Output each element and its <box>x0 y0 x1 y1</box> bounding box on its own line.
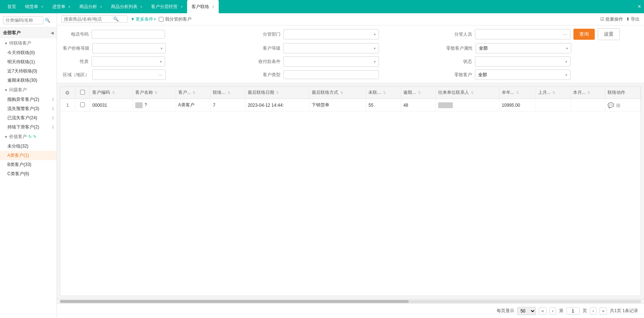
sidebar-item-lost[interactable]: 已流失客户(24) ℹ <box>0 113 57 123</box>
per-page-select[interactable]: 50 20 100 <box>517 307 536 315</box>
sort-lmonth-icon: ⇅ <box>552 91 555 95</box>
link-sales-order[interactable]: 下销货单 <box>312 102 329 107</box>
dots-person-icon[interactable]: ··· <box>563 31 568 37</box>
sidebar-item-c-class[interactable]: C类客户(6) <box>0 169 57 179</box>
last-page-btn[interactable]: » <box>600 307 607 315</box>
close-purchase-icon[interactable]: × <box>68 5 71 9</box>
sort-method-icon: ⇅ <box>340 91 343 95</box>
sidebar-search-input[interactable] <box>3 16 43 24</box>
sidebar-group-pending[interactable]: ▼ 待联络客户 <box>0 38 57 48</box>
filter-cell-dept: 分管部门 ▾ <box>255 29 447 39</box>
sidebar-item-a-class[interactable]: A类客户(1) <box>0 151 57 160</box>
close-all-icon[interactable]: × <box>638 3 641 10</box>
sidebar-group-value[interactable]: ▼ 价值客户 ↻ ✎ <box>0 132 57 142</box>
filter-cell-price-level: 客户价格等级 ▾ <box>63 43 255 53</box>
select-nature[interactable]: ▾ <box>92 56 165 67</box>
scrollbar-thumb[interactable] <box>60 300 409 303</box>
scrollbar-track[interactable] <box>60 300 641 303</box>
nav-home[interactable]: 首页 <box>3 0 21 13</box>
refresh-icon[interactable]: ↻ <box>28 134 32 139</box>
nav-sales[interactable]: 销货单 × <box>21 0 48 13</box>
select-dept[interactable]: ▾ <box>283 29 379 39</box>
close-contact-icon[interactable]: × <box>212 5 214 9</box>
close-sales-icon[interactable]: × <box>41 5 43 9</box>
page-number-input[interactable] <box>566 307 580 315</box>
select-payment[interactable]: ▾ <box>283 56 379 67</box>
th-code: 客户编码 ⇅ <box>90 86 133 99</box>
filter-cell-status: 状态 ▾ <box>446 56 638 67</box>
settings-btn[interactable]: 设置 <box>598 28 620 40</box>
th-contact-count: 联络... ⇅ <box>211 86 246 99</box>
close-product-analysis-icon[interactable]: × <box>100 5 102 9</box>
input-customer-type[interactable] <box>283 70 379 79</box>
contact2-placeholder <box>438 102 453 108</box>
input-phone[interactable] <box>92 30 165 39</box>
sidebar-item-ungrouped[interactable]: 未分组(32) <box>0 142 57 151</box>
sidebar-item-tomorrow[interactable]: 明天待联络(1) <box>0 57 57 67</box>
select-customer-level[interactable]: ▾ <box>283 43 379 53</box>
sidebar-item-7days[interactable]: 近7天待联络(0) <box>0 67 57 76</box>
name-avatar <box>135 102 143 108</box>
export-btn[interactable]: ⬆ 导出 <box>626 16 640 22</box>
sidebar-item-declining[interactable]: 持续下滑客户(2) ℹ <box>0 123 57 132</box>
caret-price-icon: ▾ <box>161 46 162 50</box>
info-icon2: ℹ <box>52 106 54 111</box>
sidebar-item-today[interactable]: 今天待联络(0) <box>0 48 57 57</box>
nav-purchase[interactable]: 进货单 × <box>48 0 75 13</box>
td-row-actions: 💬 ⊞ <box>605 99 641 112</box>
close-product-list-icon[interactable]: × <box>140 5 143 9</box>
info-icon4: ℹ <box>52 125 54 130</box>
sidebar-item-overdue[interactable]: 逾期未联络(30) <box>0 76 57 85</box>
select-person[interactable]: ··· <box>475 29 570 39</box>
sort-type-icon: ⇅ <box>193 91 196 95</box>
nav-product-analysis[interactable]: 商品分析 × <box>75 0 107 13</box>
sidebar-search-icon[interactable]: 🔍 <box>45 18 50 23</box>
sidebar-item-b-class[interactable]: B类客户(33) <box>0 160 57 169</box>
nav-product-analysis-list[interactable]: 商品分析列表 × <box>107 0 147 13</box>
select-status[interactable]: ▾ <box>475 56 570 67</box>
search-icon[interactable]: 🔍 <box>113 17 119 22</box>
gear-icon[interactable]: ⚙ <box>65 90 70 96</box>
select-retail-customer[interactable]: 全部 ▾ <box>475 70 570 80</box>
search-input[interactable] <box>64 17 112 22</box>
batch-op-btn[interactable]: ☑ 批量操作 <box>600 16 623 22</box>
filter-row-1: 电话号码 分管部门 ▾ 分管人员 ··· 查询 <box>63 28 638 40</box>
sidebar-item-attrition-warn[interactable]: 流失预警客户(3) ℹ <box>0 104 57 113</box>
grid-icon[interactable]: ⊞ <box>616 102 620 108</box>
select-region[interactable]: ··· <box>92 70 166 80</box>
edit-value-icon[interactable]: ✎ <box>33 134 36 139</box>
row-action-btns: 💬 ⊞ <box>608 102 638 108</box>
prev-page-btn[interactable]: ‹ <box>550 307 556 315</box>
horizontal-scrollbar[interactable] <box>57 299 644 303</box>
nav-customer-segment[interactable]: 客户分层经营 × <box>147 0 187 13</box>
caret-payment-icon: ▾ <box>374 60 376 64</box>
sidebar-item-abnormal[interactable]: 囤购异常客户(2) ℹ <box>0 95 57 104</box>
chat-icon[interactable]: 💬 <box>608 102 614 108</box>
select-retail-attr[interactable]: 全部 ▾ <box>476 43 571 53</box>
td-this-year: 10995.00 <box>499 99 536 112</box>
dots-region-icon[interactable]: ··· <box>158 72 162 78</box>
nav-customer-contact[interactable]: 客户联络 × <box>187 0 219 13</box>
select-all-checkbox[interactable] <box>80 90 85 95</box>
filter-cell-payment: 收付款条件 ▾ <box>255 56 447 67</box>
caret-down-icon: ▾ <box>154 17 156 21</box>
row-checkbox[interactable] <box>80 102 85 107</box>
all-customers-header[interactable]: 全部客户 ◀ <box>0 28 57 38</box>
collapse-icon: ◀ <box>51 31 54 35</box>
more-conditions-btn[interactable]: ▼ 更多条件 ▾ <box>130 16 156 22</box>
first-page-btn[interactable]: « <box>539 307 547 315</box>
th-name: 客户名称 ⇅ <box>133 86 176 99</box>
td-index: 1 <box>60 99 75 112</box>
sort-name-icon: ⇅ <box>155 91 158 95</box>
label-phone: 电话号码 <box>63 31 89 38</box>
label-nature: 性质 <box>63 59 89 65</box>
select-price-level[interactable]: ▾ <box>92 43 166 53</box>
close-segment-icon[interactable]: × <box>180 5 183 9</box>
label-status: 状态 <box>446 59 472 65</box>
my-customers-checkbox[interactable]: 我分管的客户 <box>159 16 192 22</box>
next-page-btn[interactable]: › <box>590 307 597 315</box>
my-customers-check[interactable] <box>159 17 164 22</box>
label-price-level: 客户价格等级 <box>63 45 89 52</box>
query-btn[interactable]: 查询 <box>573 29 595 40</box>
sidebar-group-problem[interactable]: ▼ 问题客户 <box>0 85 57 95</box>
